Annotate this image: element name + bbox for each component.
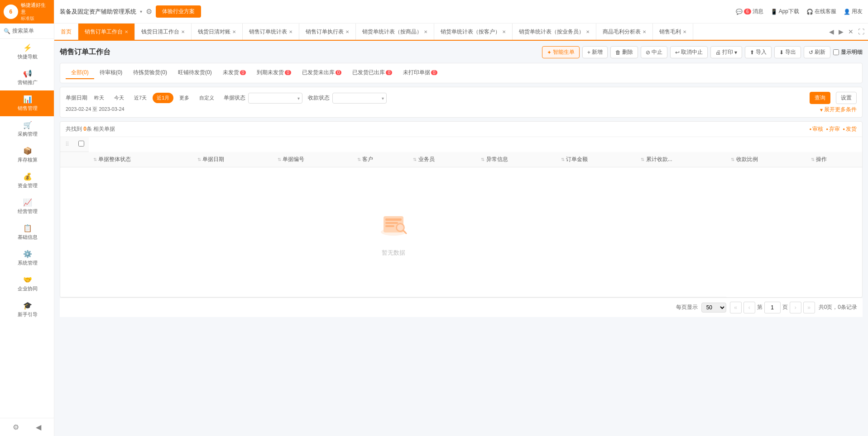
tab-product-margin[interactable]: 商品毛利分析表✕ — [596, 24, 653, 40]
sort-icon-abnormal[interactable]: ⇅ — [481, 157, 484, 162]
date-btn-近7天[interactable]: 近7天 — [130, 93, 151, 103]
sidebar-item-finance[interactable]: 💰资金管理 — [0, 168, 54, 194]
nav-label-operations: 经营管理 — [18, 208, 38, 215]
sort-icon-amount[interactable]: ⇅ — [561, 157, 565, 162]
industry-solution-button[interactable]: 体验行业方案 — [156, 5, 201, 18]
filter-tab-not-shipped[interactable]: 未发货0 — [217, 67, 252, 79]
detail-checkbox[interactable] — [833, 49, 839, 55]
page-number-input[interactable] — [764, 302, 781, 313]
th-checkbox[interactable] — [74, 137, 89, 152]
filter-tab-overdue-ship[interactable]: 到期未发货0 — [251, 67, 297, 79]
tab-sales-summary-staff[interactable]: 销货单统计表（按业务员）✕ — [513, 24, 596, 40]
sidebar-item-marketing[interactable]: 📢营销推广 — [0, 65, 54, 90]
sidebar-item-basic-info[interactable]: 📋基础信息 — [0, 219, 54, 245]
filter-tab-shipped-out[interactable]: 已发货已出库0 — [347, 67, 398, 79]
tab-cash-reconcile[interactable]: 钱货日清对账✕ — [192, 24, 243, 40]
suspend-button[interactable]: ⊘ 中止 — [641, 46, 667, 58]
tab-nav-left[interactable]: ◀ — [827, 27, 836, 36]
date-btn-更多[interactable]: 更多 — [175, 93, 193, 103]
delete-button[interactable]: 🗑 删除 — [610, 46, 638, 58]
tab-close-all[interactable]: ✕ — [846, 27, 855, 36]
tab-sales-profit[interactable]: 销售毛利✕ — [653, 24, 693, 40]
sort-icon-date[interactable]: ⇅ — [197, 157, 201, 162]
chevron-down-icon[interactable]: ▾ — [140, 9, 142, 14]
tab-close-cash-daily[interactable]: ✕ — [181, 29, 185, 34]
date-btn-自定义[interactable]: 自定义 — [195, 93, 218, 103]
detail-toggle[interactable]: 显示明细 — [833, 48, 863, 56]
tab-sales-order[interactable]: 销售订单工作台✕ — [78, 24, 135, 40]
refresh-button[interactable]: ↺ 刷新 — [804, 46, 830, 58]
filter-tab-pending-review[interactable]: 待审核(0) — [94, 67, 128, 79]
payment-select[interactable] — [332, 93, 387, 104]
tab-close-sales-profit[interactable]: ✕ — [683, 29, 686, 34]
print-button[interactable]: 🖨 打印 ▾ — [710, 46, 742, 58]
tab-sales-stats[interactable]: 销售订单统计表✕ — [243, 24, 299, 40]
user-menu[interactable]: 👤 用友 — [844, 8, 863, 15]
sidebar-item-enterprise[interactable]: 🤝企业协同 — [0, 271, 54, 297]
tab-sales-exec[interactable]: 销售订单执行表✕ — [299, 24, 356, 40]
tab-close-sales-summary-staff[interactable]: ✕ — [586, 29, 590, 34]
tab-sales-summary-customer[interactable]: 销货单统计表（按客户）✕ — [434, 24, 513, 40]
tab-sales-summary-product[interactable]: 销货单统计表（按商品）✕ — [356, 24, 434, 40]
tab-home[interactable]: 首页 — [54, 24, 78, 40]
sort-icon-customer[interactable]: ⇅ — [357, 157, 361, 162]
sidebar-item-purchase[interactable]: 🛒采购管理 — [0, 116, 54, 142]
filter-tab-not-printed[interactable]: 未打印单据0 — [398, 67, 443, 79]
expand-conditions-button[interactable]: ▾ 展开更多条件 — [820, 106, 857, 114]
tab-cash-daily[interactable]: 钱货日清工作台✕ — [135, 24, 192, 40]
table-action-发货[interactable]: 发货 — [843, 125, 857, 133]
settings-button[interactable]: 设置 — [836, 92, 857, 104]
table-action-审核[interactable]: 审核 — [809, 125, 823, 133]
date-btn-昨天[interactable]: 昨天 — [90, 93, 108, 103]
sidebar-item-quick-nav[interactable]: ⚡快捷导航 — [0, 39, 54, 65]
add-button[interactable]: + 新增 — [582, 46, 608, 58]
sort-icon-number[interactable]: ⇅ — [278, 157, 281, 162]
filter-tab-shipped-not-out[interactable]: 已发货未出库0 — [297, 67, 347, 79]
sidebar-item-sales[interactable]: 📊销售管理 — [0, 90, 54, 116]
tab-close-sales-summary-product[interactable]: ✕ — [424, 29, 427, 34]
tab-close-sales-exec[interactable]: ✕ — [345, 29, 349, 34]
tab-close-cash-reconcile[interactable]: ✕ — [232, 29, 236, 34]
page-size-select[interactable]: 102050100 — [701, 303, 726, 313]
tab-close-sales-stats[interactable]: ✕ — [289, 29, 293, 34]
sidebar-search[interactable]: 🔍 搜索菜单 — [0, 24, 54, 39]
prev-page-button[interactable]: ‹ — [743, 302, 755, 313]
status-select[interactable] — [248, 93, 302, 104]
topbar-gear-icon[interactable]: ⚙ — [146, 7, 152, 16]
first-page-button[interactable]: « — [730, 302, 742, 313]
tab-close-product-margin[interactable]: ✕ — [643, 29, 646, 34]
online-service-button[interactable]: 🎧 在线客服 — [806, 8, 836, 15]
select-all-checkbox[interactable] — [78, 141, 84, 147]
tab-nav-right[interactable]: ▶ — [837, 27, 845, 36]
query-button[interactable]: 查询 — [810, 92, 830, 104]
cancel-suspend-button[interactable]: ↩ 取消中止 — [670, 46, 708, 58]
table-action-弃审[interactable]: 弃审 — [826, 125, 840, 133]
tab-fullscreen[interactable]: ⛶ — [856, 27, 866, 36]
import-button[interactable]: ⬆ 导入 — [745, 46, 772, 58]
sort-icon-status[interactable]: ⇅ — [93, 157, 97, 162]
filter-tab-pending-inspect[interactable]: 待拣货验货(0) — [128, 67, 173, 79]
last-page-button[interactable]: » — [803, 302, 815, 313]
sort-icon-ratio[interactable]: ⇅ — [731, 157, 734, 162]
sort-icon-collected[interactable]: ⇅ — [641, 157, 644, 162]
sidebar-item-system[interactable]: ⚙️系统管理 — [0, 245, 54, 271]
sidebar-item-operations[interactable]: 📈经营管理 — [0, 194, 54, 219]
tab-label-sales-profit: 销售毛利 — [659, 28, 681, 36]
message-button[interactable]: 💬 6 消息 — [736, 8, 763, 15]
collapse-icon[interactable]: ◀ — [36, 423, 41, 431]
ai-generate-button[interactable]: ✦ 智能生单 — [542, 46, 580, 58]
export-button[interactable]: ⬇ 导出 — [774, 46, 801, 58]
tab-close-sales-order[interactable]: ✕ — [125, 29, 128, 34]
sidebar-item-newbie[interactable]: 🎓新手引导 — [0, 297, 54, 322]
app-download-button[interactable]: 📱 App下载 — [771, 8, 799, 15]
sidebar-item-inventory[interactable]: 📦库存核算 — [0, 142, 54, 168]
sort-icon-staff[interactable]: ⇅ — [413, 157, 417, 162]
filter-tab-wangpu-ship[interactable]: 旺铺待发货(0) — [173, 67, 217, 79]
filter-tab-all[interactable]: 全部(0) — [66, 67, 94, 79]
date-btn-今天[interactable]: 今天 — [110, 93, 128, 103]
sort-icon-operation[interactable]: ⇅ — [811, 157, 815, 162]
tab-close-sales-summary-customer[interactable]: ✕ — [502, 29, 506, 34]
date-btn-近1月[interactable]: 近1月 — [153, 93, 173, 103]
settings-icon[interactable]: ⚙ — [13, 423, 19, 431]
next-page-button[interactable]: › — [790, 302, 801, 313]
